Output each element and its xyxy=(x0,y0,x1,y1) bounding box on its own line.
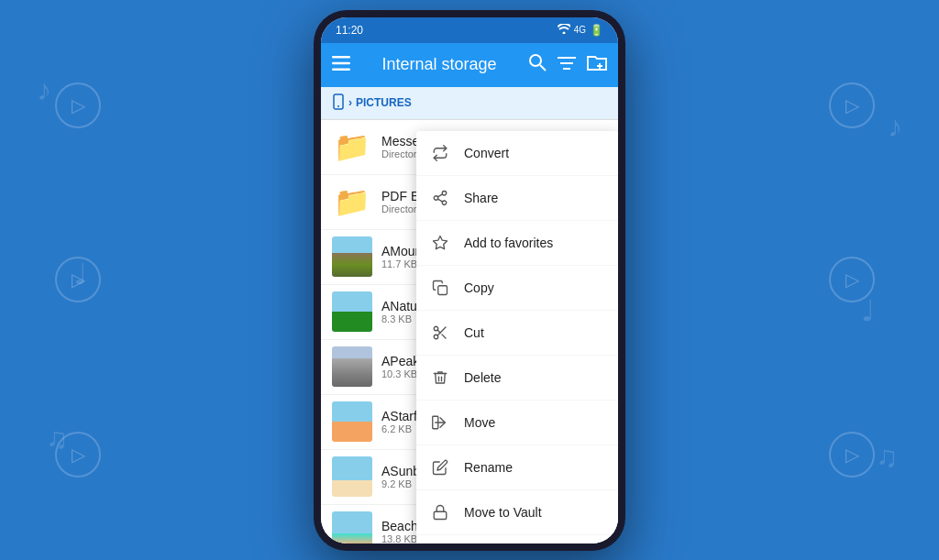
star-icon xyxy=(431,234,449,252)
search-icon[interactable] xyxy=(528,53,547,76)
svg-rect-2 xyxy=(332,69,350,71)
breadcrumb-path: PICTURES xyxy=(356,96,412,109)
svg-line-23 xyxy=(437,330,440,333)
svg-rect-0 xyxy=(332,56,350,59)
menu-item-share[interactable]: Share xyxy=(416,176,618,221)
svg-line-22 xyxy=(442,334,446,337)
copy-label: Copy xyxy=(464,280,494,295)
play-btn-right-1: ▷ xyxy=(829,82,875,128)
menu-item-zip[interactable]: Zip xyxy=(416,535,618,544)
file-list: 📁 Messeng... Directory J... 📁 PDF Extra.… xyxy=(321,120,618,544)
music-note-4: ♪ xyxy=(888,110,902,144)
convert-icon xyxy=(431,144,449,162)
svg-rect-25 xyxy=(434,511,447,519)
status-icons: 4G 🔋 xyxy=(558,24,603,37)
signal-icon: 4G xyxy=(574,25,586,35)
rename-icon xyxy=(431,458,449,477)
status-bar: 11:20 4G 🔋 xyxy=(321,17,618,43)
convert-label: Convert xyxy=(464,146,509,160)
hamburger-menu-icon[interactable] xyxy=(332,54,350,75)
vault-label: Move to Vault xyxy=(464,505,542,520)
music-note-3: ♫ xyxy=(46,422,68,456)
svg-marker-17 xyxy=(434,236,447,248)
scissors-icon xyxy=(431,324,449,342)
menu-item-copy[interactable]: Copy xyxy=(416,266,618,311)
share-icon xyxy=(431,189,449,207)
play-btn-3: ▷ xyxy=(55,432,101,478)
app-bar: Internal storage xyxy=(321,43,618,87)
left-panel: ▷ ▷ ▷ xyxy=(0,0,183,560)
phone-screen: 11:20 4G 🔋 xyxy=(321,17,618,544)
svg-point-3 xyxy=(530,55,541,66)
menu-item-convert[interactable]: Convert xyxy=(416,131,618,176)
wifi-icon xyxy=(558,24,570,36)
menu-item-move[interactable]: Move xyxy=(416,401,618,445)
sort-icon[interactable] xyxy=(558,54,576,75)
status-time: 11:20 xyxy=(336,24,363,37)
battery-icon: 🔋 xyxy=(590,24,603,37)
share-label: Share xyxy=(464,191,498,205)
context-menu-overlay: Convert Share Add to favorites xyxy=(321,120,618,544)
move-label: Move xyxy=(464,415,495,430)
delete-label: Delete xyxy=(464,370,501,385)
phone-frame: 11:20 4G 🔋 xyxy=(314,10,625,551)
svg-line-16 xyxy=(437,193,442,196)
favorites-label: Add to favorites xyxy=(464,236,553,250)
move-icon xyxy=(431,413,449,432)
rename-label: Rename xyxy=(464,460,513,475)
breadcrumb-bar: › PICTURES xyxy=(321,87,618,120)
context-menu: Convert Share Add to favorites xyxy=(416,131,618,544)
music-note-6: ♫ xyxy=(876,440,898,474)
music-note-5: ♩ xyxy=(861,293,875,328)
new-folder-icon[interactable] xyxy=(587,54,607,75)
music-note-1: ♪ xyxy=(37,73,51,107)
menu-item-delete[interactable]: Delete xyxy=(416,356,618,401)
play-btn-1: ▷ xyxy=(55,82,101,128)
menu-item-add-to-favorites[interactable]: Add to favorites xyxy=(416,221,618,266)
play-btn-right-3: ▷ xyxy=(829,432,875,478)
device-icon xyxy=(332,93,345,113)
menu-item-rename[interactable]: Rename xyxy=(416,445,618,490)
menu-item-move-to-vault[interactable]: Move to Vault xyxy=(416,490,618,535)
svg-rect-1 xyxy=(332,62,350,65)
play-btn-right-2: ▷ xyxy=(829,257,875,302)
svg-line-4 xyxy=(540,65,546,71)
trash-icon xyxy=(431,368,449,387)
svg-line-15 xyxy=(437,199,442,202)
breadcrumb-separator: › xyxy=(348,96,352,109)
cut-label: Cut xyxy=(464,325,484,340)
app-bar-title: Internal storage xyxy=(361,55,517,74)
right-panel: ▷ ▷ ▷ xyxy=(756,0,939,560)
copy-icon xyxy=(431,279,449,297)
menu-item-cut[interactable]: Cut xyxy=(416,311,618,356)
svg-rect-18 xyxy=(438,285,447,294)
music-note-2: ♩ xyxy=(73,257,87,291)
lock-icon xyxy=(431,503,449,522)
play-btn-2: ▷ xyxy=(55,257,101,302)
